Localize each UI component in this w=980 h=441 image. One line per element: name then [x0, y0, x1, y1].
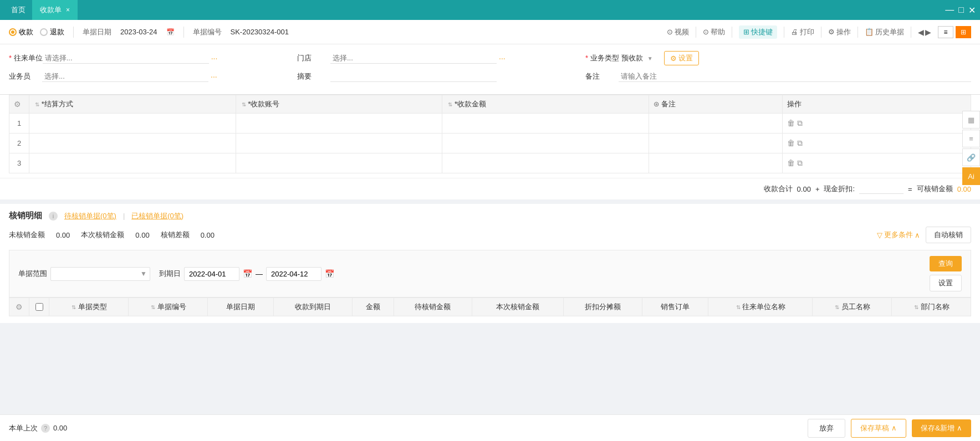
receipt-tab[interactable]: 收款单 × — [32, 0, 78, 20]
row1-settle[interactable] — [29, 114, 236, 134]
counterpart-more-icon[interactable]: ··· — [211, 54, 218, 63]
row3-delete-icon[interactable]: 🗑 — [787, 158, 795, 167]
table-settings-header[interactable]: ⚙ — [9, 95, 29, 114]
row1-copy-icon[interactable]: ⧉ — [797, 119, 803, 127]
help-btn[interactable]: ⊙ 帮助 — [703, 27, 725, 37]
sidebar-table-icon-btn[interactable]: ▦ — [962, 111, 980, 129]
cal-to-icon[interactable]: 📅 — [325, 269, 334, 278]
window-min-btn[interactable]: — — [945, 5, 954, 15]
counterpart-name-label: 往来单位名称 — [742, 302, 785, 311]
discount-header[interactable]: 折扣分摊额 — [563, 298, 642, 316]
operation-btn[interactable]: ⚙ 操作 — [828, 27, 851, 37]
doc-date-header[interactable]: 单据日期 — [207, 298, 273, 316]
doc-no-header[interactable]: ⇅ 单据编号 — [128, 298, 207, 316]
receipt-tab-close[interactable]: × — [66, 6, 70, 14]
row1-remark[interactable] — [649, 114, 783, 134]
receipt-radio[interactable]: 收款 — [9, 27, 33, 37]
row3-account[interactable] — [236, 153, 442, 173]
diff-label: 核销差额 — [161, 230, 190, 240]
row2-amount[interactable] — [442, 134, 649, 153]
amount-col-label: 金额 — [366, 302, 380, 311]
nav-next[interactable]: ▶ — [925, 28, 931, 37]
calendar-icon[interactable]: 📅 — [166, 28, 175, 36]
row2-remark[interactable] — [649, 134, 783, 153]
list-view-btn[interactable]: ≡ — [938, 26, 953, 38]
window-controls: — □ ✕ — [945, 5, 976, 16]
row3-copy-icon[interactable]: ⧉ — [797, 158, 803, 167]
staff-name-header[interactable]: ⇅ 员工名称 — [812, 298, 891, 316]
row3-amount[interactable] — [442, 153, 649, 173]
bottom-label: 本单上次 — [9, 423, 38, 433]
sidebar-link-icon-btn[interactable]: 🔗 — [962, 148, 980, 166]
receipt-account-sort: ⇅ — [242, 101, 246, 107]
lower-gear-icon[interactable]: ⚙ — [16, 302, 23, 311]
sale-order-header[interactable]: 销售订单 — [642, 298, 708, 316]
store-more-icon[interactable]: ··· — [499, 54, 506, 63]
settings-button[interactable]: ⚙ 设置 — [664, 51, 699, 65]
pending-tab[interactable]: 待核销单据(0笔) — [64, 211, 116, 221]
date-from-input[interactable] — [184, 267, 239, 281]
save-new-button[interactable]: 保存&新增 ∧ — [912, 419, 971, 437]
window-max-btn[interactable]: □ — [958, 5, 964, 15]
save-draft-button[interactable]: 保存草稿 ∧ — [851, 419, 906, 438]
row1-amount[interactable] — [442, 114, 649, 134]
card-view-btn[interactable]: ⊞ — [956, 26, 971, 38]
amount-header[interactable]: ⇅ *收款金额 — [442, 95, 649, 114]
bottom-info-icon[interactable]: ? — [41, 424, 50, 433]
row2-delete-icon[interactable]: 🗑 — [787, 139, 795, 147]
salesman-more-icon[interactable]: ··· — [211, 72, 217, 81]
pending-amount-header[interactable]: 待核销金额 — [394, 298, 472, 316]
more-conditions-btn[interactable]: ▽ 更多条件 ∧ — [877, 230, 920, 240]
query-button[interactable]: 查询 — [930, 256, 962, 271]
date-to-input[interactable] — [266, 267, 321, 281]
range-label: 单据范围 — [18, 269, 47, 279]
lower-table-checkbox-header[interactable] — [29, 298, 49, 316]
refund-radio[interactable]: 退款 — [40, 27, 64, 37]
lower-table-settings-header[interactable]: ⚙ — [9, 298, 29, 316]
row3-remark[interactable] — [649, 153, 783, 173]
row2-copy-icon[interactable]: ⧉ — [797, 139, 803, 147]
row2-account[interactable] — [236, 134, 442, 153]
abandon-button[interactable]: 放弃 — [808, 419, 845, 438]
summary-input[interactable] — [330, 71, 497, 82]
row1-delete-icon[interactable]: 🗑 — [787, 119, 795, 127]
writeoff-info-icon[interactable]: i — [49, 212, 58, 221]
row3-settle[interactable] — [29, 153, 236, 173]
date-value[interactable]: 2023-03-24 — [120, 28, 157, 36]
print-btn[interactable]: 🖨 打印 — [791, 27, 814, 37]
counterpart-input[interactable] — [43, 53, 209, 64]
receipt-account-header[interactable]: ⇅ *收款账号 — [236, 95, 442, 114]
current-writeoff-header[interactable]: 本次核销金额 — [472, 298, 563, 316]
main-scroll[interactable]: 往来单位 ··· 门店 ··· 业务类型 预收款 ▼ ⚙ 设置 — [0, 44, 980, 414]
nav-prev[interactable]: ◀ — [918, 28, 924, 37]
business-type-value[interactable]: 预收款 — [619, 52, 645, 64]
filter-settings-button[interactable]: 设置 — [930, 275, 962, 291]
window-close-btn[interactable]: ✕ — [968, 5, 976, 16]
discount-input[interactable] — [859, 184, 904, 194]
history-btn[interactable]: 📋 历史单据 — [865, 27, 904, 37]
settle-method-header[interactable]: ⇅ *结算方式 — [29, 95, 236, 114]
range-select[interactable] — [50, 267, 150, 281]
row1-account[interactable] — [236, 114, 442, 134]
shortcut-btn[interactable]: ⊞ 快捷键 — [739, 25, 777, 39]
home-tab[interactable]: 首页 — [4, 0, 32, 20]
counterpart-name-header[interactable]: ⇅ 往来单位名称 — [708, 298, 813, 316]
store-input[interactable] — [330, 53, 497, 64]
done-tab[interactable]: 已核销单据(0笔) — [131, 211, 183, 221]
sidebar-list-icon-btn[interactable]: ≡ — [962, 130, 980, 147]
cal-from-icon[interactable]: 📅 — [243, 269, 252, 278]
dept-name-header[interactable]: ⇅ 部门名称 — [891, 298, 971, 316]
due-date-col-header[interactable]: 收款到期日 — [274, 298, 353, 316]
video-btn[interactable]: ⊙ 视频 — [667, 27, 689, 37]
row2-settle[interactable] — [29, 134, 236, 153]
doc-type-header[interactable]: ⇅ 单据类型 — [49, 298, 129, 316]
toolbar-divider-7 — [858, 27, 858, 38]
auto-writeoff-btn[interactable]: 自动核销 — [926, 227, 971, 243]
salesman-input[interactable] — [42, 71, 208, 82]
amount-col-header[interactable]: 金额 — [353, 298, 394, 316]
table-gear-icon[interactable]: ⚙ — [14, 100, 21, 109]
salesman-label: 业务员 — [9, 71, 42, 81]
sidebar-screen-icon-btn[interactable]: Ai — [962, 167, 980, 185]
remark-input[interactable] — [619, 71, 971, 82]
select-all-checkbox[interactable] — [35, 303, 43, 311]
